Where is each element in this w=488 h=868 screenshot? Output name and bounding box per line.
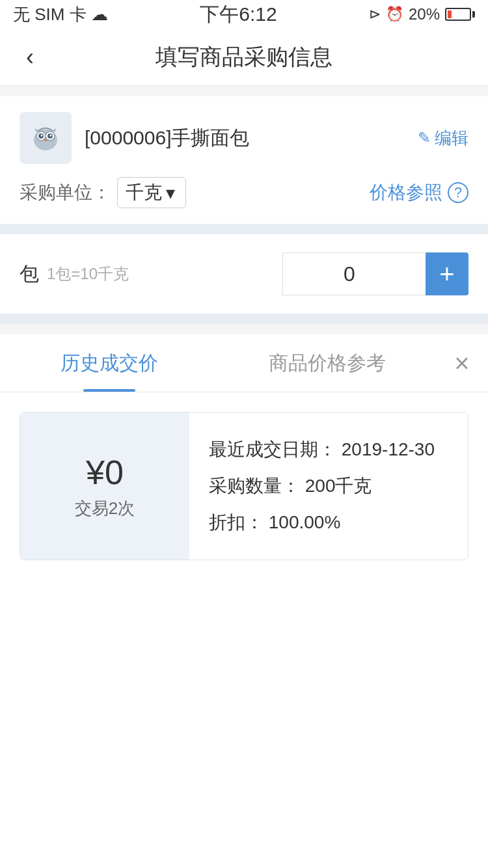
tab-close-button[interactable]: × (436, 334, 488, 392)
bottom-space (0, 580, 488, 868)
unit-conversion: 1包=10千克 (47, 264, 129, 284)
section-divider (0, 224, 488, 234)
product-left: [0000006]手撕面包 (20, 112, 249, 164)
status-right-icons: ⊳ ⏰ 20% (369, 5, 475, 23)
quantity-input[interactable] (282, 252, 426, 295)
tab-history-price[interactable]: 历史成交价 (0, 334, 218, 392)
help-icon: ? (448, 182, 468, 203)
unit-left: 采购单位： 千克 ▾ (20, 177, 186, 208)
unit-select-dropdown[interactable]: 千克 ▾ (117, 177, 186, 208)
back-button[interactable]: ‹ (20, 37, 40, 77)
close-icon: × (454, 349, 469, 378)
product-header: [0000006]手撕面包 ✎ 编辑 (20, 112, 468, 164)
unit-badge: 包 (20, 261, 39, 288)
quantity-plus-button[interactable]: + (426, 252, 468, 295)
battery-icon (445, 8, 475, 21)
tabs-section: 历史成交价 商品价格参考 × ¥0 交易2次 最近成交日期： 2019 (0, 334, 488, 580)
quantity-controls: + (282, 252, 468, 295)
tab-price-reference[interactable]: 商品价格参考 (218, 334, 436, 392)
price-card: ¥0 交易2次 最近成交日期： 2019-12-30 采购数量： 200千克 折… (20, 412, 468, 560)
edit-button[interactable]: ✎ 编辑 (418, 127, 468, 150)
recent-date-value: 2019-12-30 (342, 439, 435, 459)
history-price-content: ¥0 交易2次 最近成交日期： 2019-12-30 采购数量： 200千克 折… (0, 392, 488, 580)
discount-row: 折扣： 100.00% (209, 509, 448, 536)
quantity-row: 包 1包=10千克 + (0, 234, 488, 314)
recent-date-row: 最近成交日期： 2019-12-30 (209, 436, 448, 463)
purchase-unit-row: 采购单位： 千克 ▾ 价格参照 ? (20, 177, 468, 208)
product-section: [0000006]手撕面包 ✎ 编辑 采购单位： 千克 ▾ 价格参照 ? (0, 96, 488, 224)
tab-active-underline (83, 389, 135, 392)
section-divider-2 (0, 314, 488, 324)
recent-date-label: 最近成交日期： (209, 439, 336, 459)
page-title: 填写商品采购信息 (156, 42, 332, 72)
product-thumbnail (20, 112, 72, 164)
battery-percent: 20% (409, 5, 440, 23)
discount-label: 折扣： (209, 512, 264, 532)
alarm-icon: ⏰ (386, 6, 403, 23)
location-icon: ⊳ (369, 6, 381, 23)
discount-value: 100.00% (269, 512, 341, 532)
dropdown-arrow-icon: ▾ (166, 182, 175, 204)
edit-icon: ✎ (418, 129, 431, 147)
svg-point-5 (41, 135, 43, 137)
quantity-label: 包 1包=10千克 (20, 261, 129, 288)
owl-icon (28, 120, 63, 156)
price-ref-button[interactable]: 价格参照 ? (370, 180, 468, 205)
purchase-qty-value: 200千克 (305, 476, 372, 496)
price-card-right: 最近成交日期： 2019-12-30 采购数量： 200千克 折扣： 100.0… (189, 413, 468, 560)
status-bar: 无 SIM 卡 ☁ 下午6:12 ⊳ ⏰ 20% (0, 0, 488, 29)
tabs-header: 历史成交价 商品价格参考 × (0, 334, 488, 392)
product-name: [0000006]手撕面包 (85, 125, 249, 152)
status-network: 无 SIM 卡 ☁ (13, 3, 108, 26)
purchase-unit-label: 采购单位： (20, 180, 111, 205)
nav-bar: ‹ 填写商品采购信息 (0, 29, 488, 86)
status-time: 下午6:12 (200, 1, 277, 28)
purchase-qty-label: 采购数量： (209, 476, 300, 496)
svg-point-6 (50, 135, 52, 137)
purchase-qty-row: 采购数量： 200千克 (209, 472, 448, 500)
price-transactions: 交易2次 (75, 497, 135, 520)
price-amount: ¥0 (86, 453, 124, 492)
price-card-left: ¥0 交易2次 (20, 413, 189, 560)
